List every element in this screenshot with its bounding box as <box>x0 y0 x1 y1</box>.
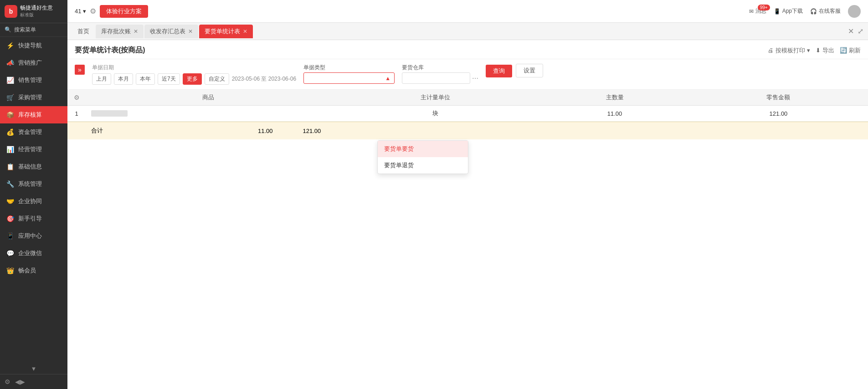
company-selector[interactable]: 41 ▾ <box>75 8 86 15</box>
date-filter-group: 单据日期 上月 本月 本年 近7天 更多 自定义 2023-05-06 至 20… <box>92 64 296 85</box>
sidebar-nav: ⚡ 快捷导航 📣 营销推广 📈 销售管理 🛒 采购管理 📦 库存核算 💰 资金管… <box>0 37 67 363</box>
sidebar-item-operations[interactable]: 📊 经营管理 <box>0 141 67 158</box>
sidebar-scroll-down[interactable]: ▼ <box>0 363 67 374</box>
row-unit: 块 <box>331 106 540 122</box>
sidebar-item-app-center[interactable]: 📱 应用中心 <box>0 227 67 245</box>
dropdown-item-order-goods[interactable]: 要货单要货 <box>378 141 468 157</box>
marketing-icon: 📣 <box>5 59 15 67</box>
tab-stock-batch-label: 库存批次账 <box>101 27 131 36</box>
row-product <box>86 106 331 122</box>
sidebar-item-label: 企业协同 <box>18 197 42 205</box>
totals-amount: 121.00 <box>303 128 321 134</box>
sidebar-item-wechat[interactable]: 💬 企业微信 <box>0 245 67 262</box>
headset-icon: 🎧 <box>810 8 817 15</box>
collapse-icon[interactable]: ◀▶ <box>15 378 25 385</box>
app-download-btn[interactable]: 📱 App下载 <box>774 7 803 15</box>
operations-icon: 📊 <box>5 146 15 153</box>
enterprise-icon: 🤝 <box>5 198 15 205</box>
tabs-bar: 首页 库存批次账 ✕ 收发存汇总表 ✕ 要货单统计表 ✕ ✕ ⤢ <box>67 23 868 40</box>
row-num: 1 <box>67 106 86 122</box>
message-icon: ✉ <box>749 8 754 15</box>
sidebar-item-quick-nav[interactable]: ⚡ 快捷导航 <box>0 37 67 54</box>
sidebar-item-vip[interactable]: 👑 畅会员 <box>0 262 67 279</box>
th-amount: 零售金额 <box>689 90 868 106</box>
date-btn-this-month[interactable]: 本月 <box>114 73 133 85</box>
page-title: 要货单统计表(按商品) <box>75 46 145 55</box>
sidebar-item-label: 畅会员 <box>18 266 36 275</box>
chevron-down-icon: ▾ <box>83 8 86 15</box>
user-avatar[interactable] <box>848 5 861 18</box>
date-btn-last-month[interactable]: 上月 <box>92 73 111 85</box>
sidebar-item-system[interactable]: 🔧 系统管理 <box>0 175 67 193</box>
base-info-icon: 📋 <box>5 163 15 170</box>
trial-btn[interactable]: 体验行业方案 <box>100 5 148 18</box>
th-unit: 主计量单位 <box>331 90 540 106</box>
tab-home-label: 首页 <box>77 27 89 36</box>
app-download-label: App下载 <box>782 7 803 15</box>
tab-order-stats[interactable]: 要货单统计表 ✕ <box>199 25 253 38</box>
quick-nav-icon: ⚡ <box>5 42 15 49</box>
warehouse-dots-icon[interactable]: ⋯ <box>472 75 478 82</box>
refresh-icon: 🔄 <box>840 47 847 54</box>
date-btn-this-year[interactable]: 本年 <box>136 73 155 85</box>
table-wrapper: ⚙ 商品 主计量单位 主数量 零售金额 1 <box>67 90 868 122</box>
type-select-value <box>308 75 371 82</box>
tab-home[interactable]: 首页 <box>72 25 95 38</box>
date-btn-custom[interactable]: 自定义 <box>205 73 229 85</box>
sidebar-search[interactable]: 🔍 搜索菜单 <box>0 23 67 37</box>
type-select[interactable]: ▲ <box>303 72 395 84</box>
tabs-right: ✕ ⤢ <box>848 27 863 36</box>
online-service-label: 在线客服 <box>819 7 841 15</box>
sidebar-item-finance[interactable]: 💰 资金管理 <box>0 123 67 141</box>
export-btn[interactable]: ⬇ 导出 <box>816 46 834 55</box>
sidebar-item-label: 采购管理 <box>18 93 42 102</box>
sales-icon: 📈 <box>5 77 15 84</box>
date-btn-more[interactable]: 更多 <box>183 73 202 85</box>
type-filter-label: 单据类型 <box>303 64 395 72</box>
sidebar-logo: b 畅捷通好生意 标准版 <box>0 0 67 23</box>
topbar-settings-icon[interactable]: ⚙ <box>90 7 96 15</box>
tab-summary-label: 收发存汇总表 <box>150 27 185 36</box>
messages-badge: 99+ <box>758 5 770 10</box>
online-service-btn[interactable]: 🎧 在线客服 <box>810 7 841 15</box>
query-btn[interactable]: 查询 <box>486 65 512 77</box>
tab-stock-batch-close[interactable]: ✕ <box>134 28 138 35</box>
date-btn-last-7[interactable]: 近7天 <box>158 73 180 85</box>
print-btn[interactable]: 🖨 按模板打印 ▾ <box>768 46 810 55</box>
filter-buttons: 查询 设置 <box>486 64 543 78</box>
refresh-btn[interactable]: 🔄 刷新 <box>840 46 861 55</box>
dropdown-item-order-return[interactable]: 要货单退货 <box>378 157 468 174</box>
sidebar-item-enterprise[interactable]: 🤝 企业协同 <box>0 193 67 210</box>
totals-row: 合计 11.00 121.00 <box>67 122 868 139</box>
inventory-icon: 📦 <box>5 111 15 118</box>
expand-icon[interactable]: ⤢ <box>858 27 863 36</box>
tab-summary-close[interactable]: ✕ <box>188 28 193 35</box>
tab-order-stats-close[interactable]: ✕ <box>243 28 247 35</box>
table-settings-icon[interactable]: ⚙ <box>74 94 80 101</box>
table-row: 1 块 11.00 121.00 <box>67 106 868 122</box>
sidebar-item-sales[interactable]: 📈 销售管理 <box>0 72 67 89</box>
sidebar-item-guide[interactable]: 🎯 新手引导 <box>0 210 67 227</box>
messages-btn[interactable]: ✉ 消息 99+ <box>749 7 766 15</box>
sidebar-item-marketing[interactable]: 📣 营销推广 <box>0 54 67 72</box>
warehouse-select[interactable] <box>402 72 470 84</box>
sidebar-item-label: 销售管理 <box>18 76 42 84</box>
settings-icon[interactable]: ⚙ <box>5 378 10 385</box>
sidebar-item-base-info[interactable]: 📋 基础信息 <box>0 158 67 175</box>
main-area: 41 ▾ ⚙ 体验行业方案 ✉ 消息 99+ 📱 App下载 🎧 在线客服 <box>67 0 868 389</box>
tab-stock-batch[interactable]: 库存批次账 ✕ <box>96 25 144 38</box>
settings-filter-btn[interactable]: 设置 <box>516 64 543 77</box>
purchase-icon: 🛒 <box>5 94 15 101</box>
close-all-tabs-icon[interactable]: ✕ <box>848 27 854 36</box>
export-label: 导出 <box>822 46 834 55</box>
app-logo-icon: b <box>5 5 17 18</box>
filter-toggle-btn[interactable]: » <box>75 65 85 75</box>
totals-label: 合计 <box>91 127 103 135</box>
sidebar-item-label: 资金管理 <box>18 128 42 136</box>
sidebar-item-inventory[interactable]: 📦 库存核算 <box>0 106 67 123</box>
type-filter-group: 单据类型 ▲ <box>303 64 395 84</box>
sidebar-item-purchase[interactable]: 🛒 采购管理 <box>0 89 67 106</box>
brand-sub: 标准版 <box>20 12 53 18</box>
tab-summary[interactable]: 收发存汇总表 ✕ <box>144 25 198 38</box>
print-label: 按模板打印 <box>776 46 805 55</box>
